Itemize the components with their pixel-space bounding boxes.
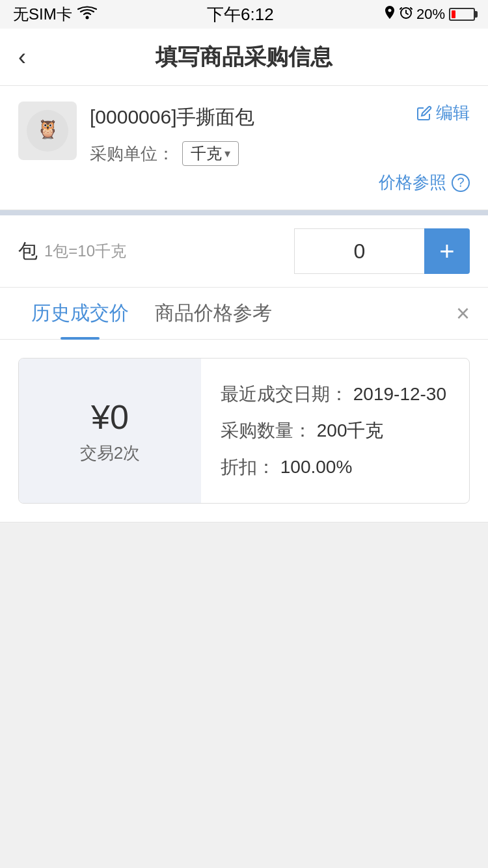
- quantity-label: 包 1包=10千克: [18, 238, 126, 265]
- tab-header: 历史成交价 商品价格参考 ×: [0, 288, 488, 340]
- product-left: 🦉 [0000006]手撕面包 采购单位： 千克 ▾: [18, 102, 254, 166]
- unit-badge[interactable]: 千克 ▾: [182, 141, 239, 166]
- quantity-controls: 0 +: [294, 228, 470, 274]
- tab-panel: 历史成交价 商品价格参考 × ¥0 交易2次 最近成交日期： 2019-12-3…: [0, 288, 488, 522]
- battery-icon: [449, 8, 475, 21]
- recent-date-label: 最近成交日期：: [221, 384, 348, 404]
- quantity-conversion: 1包=10千克: [44, 241, 126, 262]
- price-right-panel: 最近成交日期： 2019-12-30 采购数量： 200千克 折扣： 100.0…: [201, 359, 469, 503]
- purchase-qty-label: 采购数量：: [221, 420, 312, 441]
- tab-product-price[interactable]: 商品价格参考: [142, 288, 285, 340]
- nav-title: 填写商品采购信息: [156, 42, 332, 72]
- price-ref-row: 价格参照 ?: [18, 171, 470, 194]
- product-info: [0000006]手撕面包 采购单位： 千克 ▾: [90, 102, 254, 166]
- currency-symbol: ¥: [91, 398, 110, 436]
- product-thumbnail: 🦉: [18, 102, 77, 160]
- help-icon: ?: [452, 174, 470, 192]
- product-unit-row: 采购单位： 千克 ▾: [90, 141, 254, 166]
- svg-text:🦉: 🦉: [36, 118, 59, 140]
- tab-close-button[interactable]: ×: [456, 300, 470, 327]
- status-right: 20%: [384, 5, 475, 23]
- price-transaction-count: 交易2次: [80, 442, 140, 465]
- discount-label: 折扣：: [221, 457, 275, 477]
- price-ref-button[interactable]: 价格参照 ?: [379, 171, 470, 194]
- purchase-qty-value: 200千克: [317, 420, 384, 441]
- status-time: 下午6:12: [207, 3, 274, 26]
- quantity-input[interactable]: 0: [294, 228, 424, 274]
- wifi-icon: [77, 5, 97, 23]
- price-left-panel: ¥0 交易2次: [19, 359, 201, 503]
- tab-history-price[interactable]: 历史成交价: [18, 288, 142, 340]
- unit-caret-icon: ▾: [224, 146, 230, 161]
- quantity-plus-button[interactable]: +: [424, 228, 470, 274]
- discount-row: 折扣： 100.00%: [221, 455, 450, 480]
- battery-percent: 20%: [416, 6, 445, 23]
- recent-date-row: 最近成交日期： 2019-12-30: [221, 382, 450, 407]
- product-name: [0000006]手撕面包: [90, 104, 254, 131]
- svg-point-0: [85, 16, 88, 20]
- alarm-icon: [400, 5, 413, 23]
- price-card: ¥0 交易2次 最近成交日期： 2019-12-30 采购数量： 200千克 折…: [18, 358, 470, 504]
- discount-value: 100.00%: [280, 457, 353, 477]
- quantity-row: 包 1包=10千克 0 +: [0, 215, 488, 288]
- carrier-text: 无SIM卡: [13, 4, 72, 25]
- recent-date-value: 2019-12-30: [353, 384, 446, 404]
- unit-label: 采购单位：: [90, 142, 174, 165]
- purchase-qty-row: 采购数量： 200千克: [221, 418, 450, 443]
- section-divider: [0, 210, 488, 215]
- main-content-area: [0, 522, 488, 868]
- product-card: 🦉 [0000006]手撕面包 采购单位： 千克 ▾ 编辑 价格参照 ?: [0, 86, 488, 210]
- back-button[interactable]: ‹: [18, 44, 26, 71]
- edit-button[interactable]: 编辑: [416, 102, 470, 124]
- nav-bar: ‹ 填写商品采购信息: [0, 29, 488, 86]
- status-bar: 无SIM卡 下午6:12 20%: [0, 0, 488, 29]
- status-left: 无SIM卡: [13, 4, 97, 25]
- location-icon: [384, 5, 396, 23]
- tab-content-history: ¥0 交易2次 最近成交日期： 2019-12-30 采购数量： 200千克 折…: [0, 340, 488, 522]
- product-header: 🦉 [0000006]手撕面包 采购单位： 千克 ▾ 编辑: [18, 102, 470, 166]
- quantity-unit-name: 包: [18, 238, 38, 265]
- price-value: 0: [110, 398, 129, 436]
- price-amount: ¥0: [91, 398, 129, 437]
